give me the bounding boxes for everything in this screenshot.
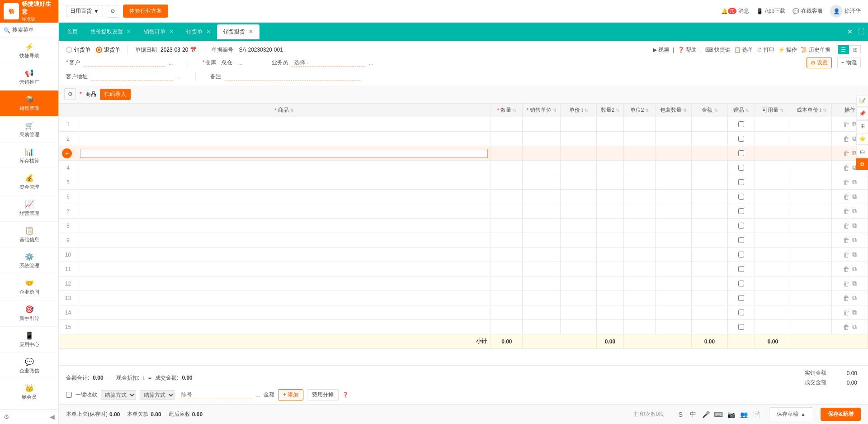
row-amount-1[interactable] — [692, 117, 728, 132]
tab-sales-delivery[interactable]: 销货单 ✕ — [180, 24, 217, 39]
right-panel-btn-1[interactable]: 📝 — [856, 95, 868, 107]
row-unit-2[interactable] — [523, 132, 561, 146]
copy-row-4[interactable]: ⧉ — [852, 164, 857, 172]
product-input-3[interactable] — [80, 149, 488, 158]
settings-btn[interactable]: ⚙ 设置 — [807, 57, 832, 68]
tab-sales-order-close[interactable]: ✕ — [169, 29, 174, 35]
delete-row-5[interactable]: 🗑 — [843, 178, 849, 186]
one-click-collect-cb[interactable] — [66, 392, 72, 398]
row-amount-2[interactable] — [692, 132, 728, 146]
tab-sales-return-close[interactable]: ✕ — [249, 29, 253, 35]
tab-sales-delivery-close[interactable]: ✕ — [206, 29, 211, 35]
copy-row-5[interactable]: ⧉ — [852, 178, 857, 186]
row-qty-2[interactable] — [491, 132, 523, 146]
sidebar-item-basic[interactable]: 📋 基础信息 — [0, 222, 58, 248]
gift-cb-2[interactable] — [738, 136, 744, 142]
tab-sales-return[interactable]: 销货退货 ✕ — [217, 24, 259, 39]
date-field[interactable]: 2023-03-20 📅 — [160, 47, 197, 53]
row-product-3[interactable] — [77, 146, 491, 161]
sidebar-item-member[interactable]: 👑 畅会员 — [0, 379, 58, 405]
copy-row-1[interactable]: ⧉ — [852, 120, 857, 128]
row-amount-4[interactable] — [692, 161, 728, 175]
row-gift-3[interactable] — [728, 146, 755, 161]
online-service-btn[interactable]: 💬 在线客服 — [793, 7, 823, 15]
industry-select[interactable]: 日用百货 ▼ — [66, 5, 103, 17]
row-gift-4[interactable] — [728, 161, 755, 175]
tool-icon-5[interactable]: 📷 — [726, 409, 736, 420]
copy-row-2[interactable]: ⧉ — [852, 135, 857, 143]
row-unit-4[interactable] — [523, 161, 561, 175]
gift-cb-3[interactable] — [738, 150, 744, 156]
row-avail-3[interactable] — [755, 146, 791, 161]
salesperson-ellipsis[interactable]: ... — [368, 60, 373, 66]
app-download-btn[interactable]: 📱 App下载 — [756, 7, 785, 15]
sidebar-collapse-btn[interactable]: ◀ — [50, 413, 55, 420]
help-btn[interactable]: ❓ 帮助 — [678, 46, 697, 54]
th-gift[interactable]: 赠品 ⇅ — [728, 104, 755, 117]
tool-icon-7[interactable]: 📄 — [751, 409, 762, 420]
tab-price-settings-close[interactable]: ✕ — [127, 29, 131, 35]
grid-view-btn[interactable]: ☰ — [838, 45, 849, 54]
gift-cb-5[interactable] — [738, 179, 744, 185]
save-new-btn[interactable]: 保存&新增 — [821, 408, 861, 421]
gift-cb-4[interactable] — [738, 165, 744, 171]
row-pack-4[interactable] — [656, 161, 692, 175]
right-panel-btn-3[interactable]: ⊞ — [856, 120, 868, 132]
sidebar-item-sales[interactable]: 📦 销售管理 — [0, 91, 58, 117]
th-cost-info[interactable]: ℹ — [820, 107, 821, 113]
row-price-1[interactable] — [561, 117, 597, 132]
settings-gear-icon[interactable]: ⚙ — [4, 413, 9, 420]
row-pack-3[interactable] — [656, 146, 692, 161]
tool-icon-3[interactable]: 🎤 — [700, 409, 711, 420]
th-product[interactable]: * 商品 ⇅ — [77, 104, 491, 117]
row-unit2-3[interactable] — [624, 146, 656, 161]
radio-delivery[interactable]: 销货单 — [66, 46, 90, 54]
th-price-info[interactable]: ℹ — [581, 107, 583, 113]
sidebar-item-newbie[interactable]: 🎯 新手引导 — [0, 300, 58, 327]
row-qty-3[interactable] — [491, 146, 523, 161]
history-btn[interactable]: 📜 历史单据 — [801, 46, 830, 54]
sidebar-search[interactable]: 🔍 搜索菜单 — [0, 23, 58, 38]
delete-row-4[interactable]: 🗑 — [843, 164, 849, 172]
right-panel-btn-4[interactable]: ⭐ — [856, 133, 868, 145]
collect-ellipsis[interactable]: ... — [255, 392, 260, 398]
row-product-1[interactable] — [77, 117, 491, 132]
right-panel-btn-2[interactable]: 📌 — [856, 108, 868, 119]
row-price-2[interactable] — [561, 132, 597, 146]
remark-input[interactable] — [225, 72, 360, 81]
sidebar-item-finance[interactable]: 💰 资金管理 — [0, 169, 58, 195]
list-view-btn[interactable]: ⊞ — [850, 45, 861, 54]
address-input[interactable] — [91, 72, 173, 81]
customer-input[interactable] — [84, 58, 165, 67]
row-gift-2[interactable] — [728, 132, 755, 146]
shortcut-btn[interactable]: ⌨ 快捷键 — [705, 46, 731, 54]
sidebar-item-wechat[interactable]: 💬 企业微信 — [0, 353, 58, 379]
row-unit-1[interactable] — [523, 117, 561, 132]
row-qty-4[interactable] — [491, 161, 523, 175]
sidebar-item-purchase[interactable]: 🛒 采购管理 — [0, 117, 58, 143]
row-price-3[interactable] — [561, 146, 597, 161]
tool-icon-6[interactable]: 👥 — [738, 409, 749, 420]
table-settings-btn[interactable]: ⚙ — [64, 88, 76, 100]
user-profile[interactable]: 👤 徐泽华 — [830, 5, 861, 18]
topbar-gear-btn[interactable]: ⚙ — [107, 5, 119, 18]
th-price[interactable]: 单价 ℹ ⇅ — [561, 104, 597, 117]
row-gift-1[interactable] — [728, 117, 755, 132]
sidebar-item-system[interactable]: ⚙️ 系统管理 — [0, 248, 58, 274]
row-avail-4[interactable] — [755, 161, 791, 175]
row-avail-1[interactable] — [755, 117, 791, 132]
collect-no-input[interactable] — [179, 391, 252, 399]
sidebar-item-shortcuts[interactable]: ⚡ 快捷导航 — [0, 38, 58, 64]
settle-method-select[interactable]: 结算方式 — [101, 390, 136, 400]
th-cost[interactable]: 成本单价 ℹ ⇅ — [791, 104, 832, 117]
gift-cb-1[interactable] — [738, 121, 744, 127]
tool-icon-1[interactable]: S — [675, 409, 686, 420]
print-btn[interactable]: 🖨 打印 — [757, 46, 774, 54]
right-panel-btn-5[interactable]: 🗂 — [856, 146, 868, 157]
row-product-2[interactable] — [77, 132, 491, 146]
sidebar-item-marketing[interactable]: 📢 营销推广 — [0, 64, 58, 91]
tool-icon-2[interactable]: 中 — [688, 409, 698, 420]
action-btn[interactable]: ⚡ 操作 — [778, 46, 797, 54]
row-qty2-3[interactable] — [597, 146, 624, 161]
th-amount[interactable]: 金额 ⇅ — [692, 104, 728, 117]
